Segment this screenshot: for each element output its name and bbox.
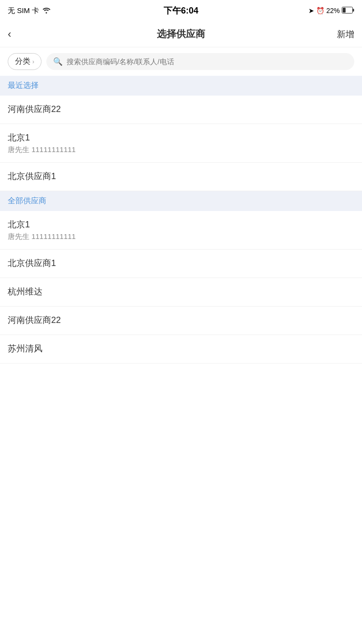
search-icon: 🔍 xyxy=(53,57,63,66)
category-button[interactable]: 分类 › xyxy=(8,53,42,70)
list-item[interactable]: 北京1唐先生 11111111111 xyxy=(0,124,362,163)
wifi-icon xyxy=(42,7,51,15)
recent-section-header: 最近选择 xyxy=(0,76,362,96)
page-title: 选择供应商 xyxy=(157,28,205,41)
supplier-contact: 唐先生 11111111111 xyxy=(8,145,354,154)
status-left: 无 SIM 卡 xyxy=(8,6,51,15)
list-item[interactable]: 北京供应商1 xyxy=(0,250,362,278)
list-item[interactable]: 苏州清风 xyxy=(0,335,362,364)
supplier-name: 苏州清风 xyxy=(8,343,354,354)
svg-rect-1 xyxy=(353,9,354,12)
back-button[interactable]: ‹ xyxy=(4,24,15,44)
supplier-name: 河南供应商22 xyxy=(8,103,354,115)
supplier-name: 北京1 xyxy=(8,132,354,143)
battery-icon xyxy=(342,7,354,15)
supplier-name: 北京供应商1 xyxy=(8,257,354,269)
list-item[interactable]: 河南供应商22 xyxy=(0,96,362,124)
status-time: 下午6:04 xyxy=(164,5,198,16)
list-item[interactable]: 北京1唐先生 11111111111 xyxy=(0,211,362,250)
supplier-name: 河南供应商22 xyxy=(8,314,354,326)
recent-items-list: 河南供应商22北京1唐先生 11111111111北京供应商1 xyxy=(0,96,362,191)
add-button[interactable]: 新增 xyxy=(337,28,354,40)
search-box[interactable]: 🔍 xyxy=(46,53,354,70)
recent-section-label: 最近选择 xyxy=(8,81,39,89)
status-bar: 无 SIM 卡 下午6:04 ➤ ⏰ 22% xyxy=(0,0,362,21)
sim-text: 无 SIM 卡 xyxy=(8,6,39,15)
search-input[interactable] xyxy=(67,57,348,66)
nav-bar: ‹ 选择供应商 新增 xyxy=(0,21,362,47)
filter-bar: 分类 › 🔍 xyxy=(0,47,362,76)
supplier-name: 杭州维达 xyxy=(8,286,354,297)
alarm-icon: ⏰ xyxy=(316,7,324,14)
battery-text: 22% xyxy=(326,7,340,14)
list-item[interactable]: 北京供应商1 xyxy=(0,163,362,191)
chevron-right-icon: › xyxy=(32,58,34,65)
supplier-name: 北京1 xyxy=(8,219,354,230)
list-item[interactable]: 河南供应商22 xyxy=(0,307,362,335)
category-label: 分类 xyxy=(15,56,30,67)
supplier-name: 北京供应商1 xyxy=(8,170,354,182)
list-item[interactable]: 杭州维达 xyxy=(0,278,362,307)
svg-rect-2 xyxy=(343,8,346,13)
all-section-label: 全部供应商 xyxy=(8,196,46,205)
all-section-header: 全部供应商 xyxy=(0,191,362,211)
status-right: ➤ ⏰ 22% xyxy=(308,7,354,15)
location-icon: ➤ xyxy=(308,7,314,14)
all-items-list: 北京1唐先生 11111111111北京供应商1杭州维达河南供应商22苏州清风 xyxy=(0,211,362,364)
supplier-contact: 唐先生 11111111111 xyxy=(8,232,354,241)
